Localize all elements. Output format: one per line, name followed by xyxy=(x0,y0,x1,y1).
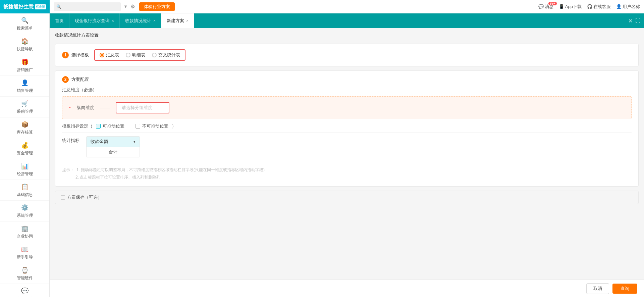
sidebar-item-operation[interactable]: 📊 经营管理 xyxy=(0,159,49,180)
stats-table-header[interactable]: 收款金额 ▾ xyxy=(87,137,140,147)
hint-area: 提示： 1. 拖动标题栏可以调整布局，不可跨维度或指标区域拖动栏目字段(只能在同… xyxy=(62,166,632,181)
radio-summary-circle xyxy=(100,53,104,57)
dimension-section-title: 汇总维度（必选） xyxy=(62,87,632,93)
sidebar-item-sales[interactable]: 👤 销售管理 xyxy=(0,76,49,97)
radio-cross-circle xyxy=(152,53,157,57)
template-options-group: 汇总表 明细表 交叉统计表 xyxy=(94,49,185,61)
hint-line-2: 2. 点击标题栏下拉可设置排序、插入列和删除列 xyxy=(62,174,632,181)
headset-icon: 🎧 xyxy=(587,4,592,9)
sidebar-item-inventory[interactable]: 📦 库存核算 xyxy=(0,117,49,138)
hint-line-1: 提示： 1. 拖动标题栏可以调整布局，不可跨维度或指标区域拖动栏目字段(只能在同… xyxy=(62,166,632,174)
sidebar-item-enterprise[interactable]: 🏢 企业协同 xyxy=(0,221,49,242)
top-search-box[interactable]: 🔍 xyxy=(54,2,121,11)
chart-icon: 📊 xyxy=(21,162,29,170)
indicator-setting: 模板指标设定（ 可拖动位置 不可拖动位置 ） xyxy=(62,123,632,158)
sidebar: 🔍 搜索菜单 🏠 快捷导航 🎁 营销推广 👤 销售管理 🛒 采购管理 📦 库存核… xyxy=(0,13,50,297)
dimension-area: * 纵向维度 —— 请选择分组维度 xyxy=(62,96,632,119)
query-button[interactable]: 查询 xyxy=(612,284,637,294)
search-icon: 🔍 xyxy=(56,4,61,9)
watch-icon: ⌚ xyxy=(21,266,29,274)
messages-button[interactable]: 💬 消息 99+ xyxy=(538,4,553,10)
draggable-box-icon xyxy=(96,124,101,129)
tab-cashflow-close-icon[interactable]: × xyxy=(112,18,114,23)
chevron-down-icon[interactable]: ▾ xyxy=(133,140,136,144)
indicator-sep xyxy=(128,123,132,129)
user-icon: 👤 xyxy=(616,4,622,9)
footer-bar: 取消 查询 xyxy=(50,280,644,297)
sidebar-item-marketing[interactable]: 🎁 营销推广 xyxy=(0,55,49,76)
money-icon: 💰 xyxy=(21,142,29,149)
online-service-button[interactable]: 🎧 在线客服 xyxy=(587,4,611,10)
app-download-button[interactable]: 📱 App下载 xyxy=(559,4,582,10)
gift-icon: 🎁 xyxy=(21,58,29,66)
step1-label: 选择模板 xyxy=(71,52,89,58)
vertical-dimension-label: 纵向维度 xyxy=(77,105,94,111)
app-download-icon: 📱 xyxy=(559,4,564,9)
divider xyxy=(62,133,632,133)
indicator-close: ） xyxy=(172,123,176,129)
book-icon: 📖 xyxy=(21,246,29,253)
cancel-button[interactable]: 取消 xyxy=(586,283,609,294)
cart-icon: 🛒 xyxy=(21,100,29,107)
tab-expand-icon[interactable]: ⛶ xyxy=(635,18,641,24)
indicator-title-text: 模板指标设定（ xyxy=(62,123,93,129)
brand-name: 畅捷通好生意 xyxy=(3,4,34,10)
dimension-select-box[interactable]: 请选择分组维度 xyxy=(116,102,169,113)
stats-indicator-label: 统计指标 xyxy=(62,138,79,144)
non-draggable-box-icon xyxy=(136,124,140,129)
search-menu-icon: 🔍 xyxy=(21,17,29,24)
sidebar-item-finance[interactable]: 💰 资金管理 xyxy=(0,138,49,159)
tab-new-plan-close-icon[interactable]: × xyxy=(186,18,189,23)
tab-cashflow[interactable]: 现金银行流水查询 × xyxy=(69,13,120,28)
message-icon: 💬 xyxy=(538,4,544,9)
step1-card: 1 选择模板 汇总表 明细表 xyxy=(55,44,639,66)
sidebar-item-purchase[interactable]: 🛒 采购管理 xyxy=(0,97,49,117)
page-title: 收款情况统计方案设置 xyxy=(55,32,639,38)
tab-bar: 首页 现金银行流水查询 × 收款情况统计 × 新建方案 × ✕ ⛶ xyxy=(50,13,644,28)
stats-table: 收款金额 ▾ 合计 xyxy=(86,136,140,157)
save-option-checkbox[interactable] xyxy=(61,195,65,200)
page-content: 收款情况统计方案设置 1 选择模板 汇总表 xyxy=(50,28,644,280)
person-icon: 👤 xyxy=(21,79,29,87)
step2-badge: 2 xyxy=(62,76,69,83)
stats-table-total-cell: 合计 xyxy=(87,147,140,157)
arrow-icon: —— xyxy=(100,105,110,111)
sidebar-item-system[interactable]: ⚙️ 系统管理 xyxy=(0,201,49,221)
radio-detail-circle xyxy=(126,53,130,57)
user-avatar[interactable]: 👤 用户名称 xyxy=(616,4,640,10)
tab-collect-stats[interactable]: 收款情况统计 × xyxy=(120,13,161,28)
save-option-label: 方案保存（可选） xyxy=(67,194,102,200)
home-icon: 🏠 xyxy=(21,38,29,45)
step2-label: 方案配置 xyxy=(71,77,89,83)
sidebar-item-search-menu[interactable]: 🔍 搜索菜单 xyxy=(0,13,49,34)
main-panel: 首页 现金银行流水查询 × 收款情况统计 × 新建方案 × ✕ ⛶ 收款情况统计… xyxy=(50,13,644,297)
sidebar-item-hardware[interactable]: ⌚ 智能硬件 xyxy=(0,263,49,284)
save-option-row: 方案保存（可选） xyxy=(55,191,639,204)
dropdown-arrow-icon[interactable]: ▼ xyxy=(123,4,128,9)
gear-icon: ⚙️ xyxy=(21,204,29,211)
radio-detail[interactable]: 明细表 xyxy=(126,52,145,58)
chat-icon: 💬 xyxy=(21,287,29,295)
required-star: * xyxy=(69,105,71,110)
tab-home[interactable]: 首页 xyxy=(50,13,69,28)
non-draggable-legend: 不可拖动位置 xyxy=(136,123,168,129)
draggable-legend: 可拖动位置 xyxy=(96,123,124,129)
tab-close-all-icon[interactable]: ✕ xyxy=(628,18,633,24)
tab-new-plan[interactable]: 新建方案 × xyxy=(161,13,194,28)
radio-cross[interactable]: 交叉统计表 xyxy=(152,52,180,58)
brand-tag: 标准版 xyxy=(35,4,46,9)
sidebar-item-basic-info[interactable]: 📋 基础信息 xyxy=(0,180,49,201)
step2-card: 2 方案配置 汇总维度（必选） * 纵向维度 —— 请选择分组维度 xyxy=(55,70,639,187)
step1-badge: 1 xyxy=(62,52,69,58)
clipboard-icon: 📋 xyxy=(21,183,29,191)
message-badge: 99+ xyxy=(548,2,557,5)
settings-gear-icon[interactable]: ⚙ xyxy=(130,3,135,10)
brand-logo-area: 畅捷通好生意 标准版 xyxy=(0,0,50,13)
tab-collect-stats-close-icon[interactable]: × xyxy=(153,18,156,23)
box-icon: 📦 xyxy=(21,121,29,128)
radio-summary[interactable]: 汇总表 xyxy=(100,52,119,58)
sidebar-item-guide[interactable]: 📖 新手引导 xyxy=(0,242,49,263)
industry-solution-button[interactable]: 体验行业方案 xyxy=(139,2,175,11)
sidebar-item-weixin[interactable]: 💬 企业微信 xyxy=(0,284,49,297)
sidebar-item-quick-nav[interactable]: 🏠 快捷导航 xyxy=(0,34,49,55)
